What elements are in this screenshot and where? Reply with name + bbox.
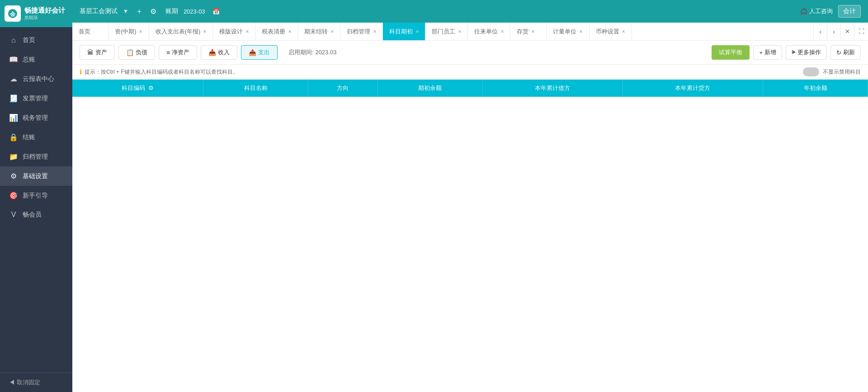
tab-period_end[interactable]: 期末结转×	[298, 23, 340, 40]
subject-table: 科目编码 ⚙科目名称方向期初余额本年累计借方本年累计贷方年初余额	[72, 80, 868, 97]
tab-close-archive[interactable]: ×	[373, 28, 376, 35]
tab-unit[interactable]: 计量单位×	[547, 23, 589, 40]
tab-close-currency[interactable]: ×	[622, 28, 625, 35]
tab-label-template: 模版设计	[219, 28, 243, 36]
period-value: 2023-03	[184, 8, 205, 15]
sidebar-label-invoice: 发票管理	[23, 94, 48, 103]
guide-icon: 🎯	[9, 191, 18, 200]
subtabs-bar: 🏛资产📋负债≡净资产📥收入📤支出 启用期间: 2023.03 试算平衡 + 新增…	[72, 41, 868, 65]
tab-home[interactable]: 首页	[72, 23, 108, 40]
company-dropdown-icon[interactable]: ▼	[123, 8, 128, 14]
more-icon: ᗙ	[792, 49, 796, 56]
calc-balance-button[interactable]: 试算平衡	[712, 45, 750, 60]
app-logo-icon: 会	[5, 5, 21, 22]
tab-scroll-right-button[interactable]: ›	[827, 23, 841, 41]
tab-inventory[interactable]: 存货×	[510, 23, 547, 40]
subtab-liability[interactable]: 📋负债	[118, 45, 155, 60]
tab-label-home: 首页	[79, 28, 90, 36]
subtab-label-expense: 支出	[258, 48, 270, 57]
headset-icon: 🎧	[800, 8, 807, 15]
tab-close-unit[interactable]: ×	[579, 28, 582, 35]
topbar: 基层工会测试 ▼ ＋ ⚙ 账期 2023-03 📅 🎧 人工咨询 会计	[72, 0, 868, 23]
sidebar-label-closing: 结账	[23, 133, 35, 142]
tab-balance_mid[interactable]: 资(中期)×	[108, 23, 149, 40]
sidebar-item-closing[interactable]: 🔒结账	[0, 128, 72, 147]
subtab-net_asset[interactable]: ≡净资产	[159, 45, 197, 60]
tab-income_annual[interactable]: 收入支出表(年报)×	[149, 23, 213, 40]
tab-close-period_end[interactable]: ×	[330, 28, 334, 35]
setting-icon[interactable]: ⚙	[150, 7, 156, 16]
col-settings-icon[interactable]: ⚙	[148, 85, 154, 91]
tab-close-income_annual[interactable]: ×	[203, 28, 206, 35]
expense-subtab-icon: 📤	[249, 49, 256, 56]
plus-icon: +	[759, 49, 763, 56]
sidebar-item-tax[interactable]: 📊税务管理	[0, 108, 72, 128]
tabbar: 首页资(中期)×收入支出表(年报)×模版设计×税表清册×期末结转×归档管理×科目…	[72, 23, 868, 41]
tab-expand-button[interactable]: ⛶	[854, 23, 868, 41]
tab-partners[interactable]: 往来单位×	[468, 23, 510, 40]
calendar-icon[interactable]: 📅	[212, 8, 220, 15]
tab-close-dept[interactable]: ×	[458, 28, 461, 35]
sidebar: 会 畅捷通好会计 旗舰版 ⌂首页📖总账☁云报表中心🧾发票管理📊税务管理🔒结账📁归…	[0, 0, 72, 392]
col-code-label: 科目编码	[122, 85, 145, 91]
tab-close-partners[interactable]: ×	[500, 28, 504, 35]
tab-archive[interactable]: 归档管理×	[340, 23, 383, 40]
subtab-income[interactable]: 📥收入	[201, 45, 237, 60]
net_asset-subtab-icon: ≡	[166, 49, 170, 56]
sidebar-item-archive[interactable]: 📁归档管理	[0, 147, 72, 166]
disable-toggle[interactable]	[803, 67, 819, 76]
cancel-pin-button[interactable]: ◀ 取消固定	[0, 373, 72, 392]
sidebar-item-member[interactable]: V畅会员	[0, 205, 72, 224]
liability-subtab-icon: 📋	[126, 49, 134, 56]
subtab-expense[interactable]: 📤支出	[241, 45, 278, 60]
tab-label-currency: 币种设置	[596, 28, 619, 36]
member-icon: V	[9, 211, 18, 219]
svg-text:会: 会	[9, 11, 16, 17]
tab-subject_init[interactable]: 科目期初×	[383, 23, 425, 40]
col-header-0: 科目编码 ⚙	[72, 80, 203, 97]
tab-currency[interactable]: 币种设置×	[590, 23, 632, 40]
table-header-row: 科目编码 ⚙科目名称方向期初余额本年累计借方本年累计贷方年初余额	[72, 80, 868, 97]
account-button[interactable]: 会计	[838, 5, 861, 18]
sidebar-item-ledger[interactable]: 📖总账	[0, 50, 72, 69]
tab-close-template[interactable]: ×	[245, 28, 249, 35]
tab-scroll-left-button[interactable]: ‹	[814, 23, 827, 41]
sidebar-label-guide: 新手引导	[23, 192, 48, 200]
subtab-asset[interactable]: 🏛资产	[80, 45, 115, 60]
tab-template[interactable]: 模版设计×	[213, 23, 255, 40]
app-edition: 旗舰版	[24, 14, 65, 21]
tab-close-all-button[interactable]: ✕	[841, 23, 854, 41]
col-header-6: 年初余额	[763, 80, 868, 97]
refresh-button[interactable]: ↻ 刷新	[830, 45, 861, 60]
sidebar-label-member: 畅会员	[23, 211, 42, 219]
topbar-right: 🎧 人工咨询 会计	[800, 5, 861, 18]
sidebar-item-reports[interactable]: ☁云报表中心	[0, 69, 72, 89]
add-company-button[interactable]: ＋	[134, 6, 145, 17]
help-button[interactable]: 🎧 人工咨询	[800, 7, 833, 15]
sidebar-nav: ⌂首页📖总账☁云报表中心🧾发票管理📊税务管理🔒结账📁归档管理⚙基础设置🎯新手引导…	[0, 27, 72, 373]
tab-close-inventory[interactable]: ×	[531, 28, 534, 35]
tab-label-archive: 归档管理	[347, 28, 370, 36]
tab-close-subject_init[interactable]: ×	[415, 28, 419, 35]
more-operations-button[interactable]: ᗙ 更多操作	[786, 45, 827, 60]
toggle-label: 不显示禁用科目	[823, 68, 861, 76]
tab-label-period_end: 期末结转	[304, 28, 328, 36]
tab-tax[interactable]: 税表清册×	[255, 23, 298, 40]
sidebar-item-invoice[interactable]: 🧾发票管理	[0, 89, 72, 108]
tab-close-tax[interactable]: ×	[288, 28, 291, 35]
col-header-2: 方向	[308, 80, 377, 97]
tab-close-balance_mid[interactable]: ×	[139, 28, 142, 35]
sidebar-label-archive: 归档管理	[23, 153, 48, 161]
tab-label-partners: 往来单位	[474, 28, 498, 36]
sidebar-item-home[interactable]: ⌂首页	[0, 31, 72, 50]
help-label: 人工咨询	[809, 7, 833, 15]
sidebar-item-settings[interactable]: ⚙基础设置	[0, 166, 72, 186]
sidebar-label-home: 首页	[23, 36, 35, 44]
sidebar-item-guide[interactable]: 🎯新手引导	[0, 186, 72, 205]
tips-text: 提示：按Ctrl + F键并输入科目编码或者科目名称可以查找科目。	[85, 68, 238, 76]
tab-label-tax: 税表清册	[262, 28, 285, 36]
tab-dept[interactable]: 部门员工×	[425, 23, 468, 40]
tab-label-balance_mid: 资(中期)	[115, 28, 137, 36]
add-button[interactable]: + 新增	[753, 45, 782, 60]
subject-table-wrap: 科目编码 ⚙科目名称方向期初余额本年累计借方本年累计贷方年初余额	[72, 80, 868, 392]
